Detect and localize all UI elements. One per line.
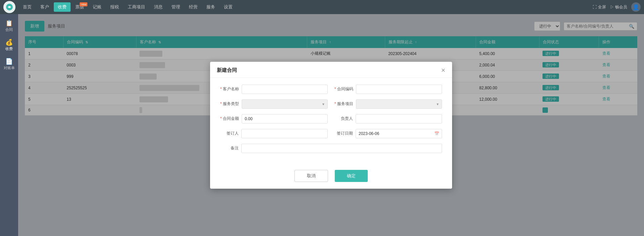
customer-name-label: 客户名称: [220, 86, 239, 92]
contract-no-label: 合同编码: [334, 86, 353, 92]
nav-item-message[interactable]: 消息: [150, 2, 167, 12]
nav-item-service[interactable]: 服务: [202, 2, 219, 12]
customer-name-input[interactable]: [242, 85, 328, 94]
nav-item-billing[interactable]: 收费: [54, 2, 71, 12]
contract-icon: 📋: [5, 20, 13, 26]
field-amount: 合同金额: [220, 114, 328, 124]
field-sign-date: 签订日期: [334, 129, 442, 138]
amount-input[interactable]: [242, 114, 328, 124]
form-row-5: 备注: [220, 144, 442, 153]
new-badge: new: [80, 2, 87, 6]
billing-icon: 💰: [5, 39, 13, 45]
nav-item-customer[interactable]: 客户: [36, 2, 53, 12]
logo-icon: [6, 3, 13, 11]
date-wrapper: [356, 129, 442, 138]
nav-item-invoice[interactable]: 票据 new: [71, 2, 88, 12]
form-row-2: 服务类型 服务项目: [220, 99, 442, 109]
form-row-1: 客户名称 合同编码: [220, 85, 442, 94]
new-contract-modal: 新建合同 ✕ 客户名称 合同编码: [210, 62, 452, 189]
nav-item-operation[interactable]: 经营: [185, 2, 202, 12]
field-service-item: 服务项目: [334, 99, 442, 109]
app-logo: [3, 1, 15, 13]
vip-button[interactable]: ▷ 畅会员: [610, 4, 627, 10]
nav-item-settings[interactable]: 设置: [220, 2, 237, 12]
nav-item-business[interactable]: 工商项目: [124, 2, 149, 12]
main-layout: 📋 合同 💰 收费 📄 对账单 新增 服务项目 进行中 已完成 已终止 🔍: [0, 14, 644, 236]
modal-overlay: 新建合同 ✕ 客户名称 合同编码: [18, 14, 644, 236]
form-row-3: 合同金额 负责人: [220, 114, 442, 124]
signer-input[interactable]: [241, 129, 328, 138]
signer-label: 签订人: [220, 131, 239, 136]
modal-body: 客户名称 合同编码 服务类型: [210, 78, 452, 165]
modal-header: 新建合同 ✕: [210, 62, 452, 78]
amount-label: 合同金额: [220, 116, 239, 122]
form-row-4: 签订人 签订日期: [220, 129, 442, 138]
person-label: 负责人: [334, 116, 353, 122]
service-type-select[interactable]: [242, 99, 328, 109]
service-item-wrapper: [356, 99, 442, 109]
sidebar-item-statement[interactable]: 📄 对账单: [0, 56, 18, 73]
contract-no-input[interactable]: [356, 85, 442, 94]
person-input[interactable]: [356, 114, 442, 124]
nav-item-bookkeeping[interactable]: 记账: [89, 2, 106, 12]
sign-date-label: 签订日期: [334, 131, 353, 136]
sidebar-item-contract-label: 合同: [5, 27, 13, 32]
field-person: 负责人: [334, 114, 442, 124]
fullscreen-button[interactable]: ⛶ 全屏: [593, 4, 606, 10]
field-signer: 签订人: [220, 129, 328, 138]
confirm-button[interactable]: 确定: [335, 170, 368, 182]
nav-item-manage[interactable]: 管理: [167, 2, 184, 12]
sidebar: 📋 合同 💰 收费 📄 对账单: [0, 14, 18, 236]
field-customer-name: 客户名称: [220, 85, 328, 94]
field-notes: 备注: [220, 144, 442, 153]
field-service-type: 服务类型: [220, 99, 328, 109]
top-navigation: 首页 客户 收费 票据 new 记账 报税 工商项目 消息 管理 经营 服务 设…: [0, 0, 644, 14]
nav-items: 首页 客户 收费 票据 new 记账 报税 工商项目 消息 管理 经营 服务 设…: [19, 2, 593, 12]
sidebar-item-statement-label: 对账单: [4, 65, 15, 70]
statement-icon: 📄: [5, 58, 13, 64]
notes-input[interactable]: [241, 144, 442, 153]
service-item-label: 服务项目: [334, 101, 353, 107]
modal-close-button[interactable]: ✕: [441, 67, 445, 74]
sidebar-item-billing[interactable]: 💰 收费: [0, 37, 18, 54]
notes-label: 备注: [220, 145, 239, 151]
cancel-button[interactable]: 取消: [294, 170, 328, 182]
nav-item-home[interactable]: 首页: [19, 2, 36, 12]
sidebar-item-billing-label: 收费: [5, 46, 13, 51]
content-area: 新增 服务项目 进行中 已完成 已终止 🔍 序号 合同编码 ⇅ 客户名称 ⇅ 服…: [18, 14, 644, 236]
nav-item-tax[interactable]: 报税: [106, 2, 123, 12]
modal-footer: 取消 确定: [210, 165, 452, 189]
nav-right: ⛶ 全屏 ▷ 畅会员 👤: [593, 2, 641, 12]
service-type-wrapper: [242, 99, 328, 109]
modal-title: 新建合同: [217, 67, 237, 74]
sidebar-item-contract[interactable]: 📋 合同: [0, 17, 18, 35]
service-item-select[interactable]: [356, 99, 442, 109]
sign-date-input[interactable]: [356, 129, 442, 138]
field-contract-no: 合同编码: [334, 85, 442, 94]
user-avatar[interactable]: 👤: [631, 2, 641, 12]
service-type-label: 服务类型: [220, 101, 239, 107]
